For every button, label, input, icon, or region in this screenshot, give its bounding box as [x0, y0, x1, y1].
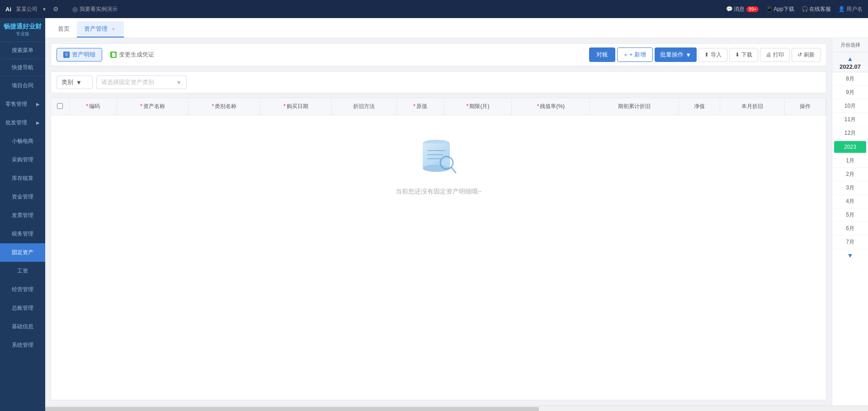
- company-selector[interactable]: 某某公司: [16, 5, 38, 13]
- table-header-original-value: *原值: [396, 98, 444, 115]
- table-header-accumulated-depreciation: 期初累计折旧: [590, 98, 679, 115]
- app-download-button[interactable]: 📱 App下载: [766, 5, 794, 13]
- month-item-11[interactable]: 11月: [832, 113, 868, 127]
- sidebar-item-purchase-management[interactable]: 采购管理: [0, 151, 45, 169]
- message-icon: 💬: [726, 6, 733, 12]
- sidebar-item-search-menu[interactable]: 搜索菜单: [0, 42, 45, 59]
- month-panel-current-year: ▲ 2022.07: [832, 52, 868, 72]
- message-badge: 99+: [746, 6, 759, 12]
- add-button[interactable]: + + 新增: [617, 47, 653, 62]
- sidebar-item-quick-nav[interactable]: 快捷导航: [0, 59, 45, 76]
- sidebar: 畅捷通好业财 专业版 搜索菜单 快捷导航 项目合同 零售管理 ▶ 批发管理 ▶ …: [0, 18, 45, 411]
- sidebar-item-fixed-assets[interactable]: 固定资产: [0, 243, 45, 262]
- tab-close-icon[interactable]: ×: [110, 26, 117, 32]
- reconcile-button[interactable]: 对账: [589, 47, 615, 62]
- sidebar-item-general-ledger[interactable]: 总账管理: [0, 299, 45, 317]
- month-item-2023-4[interactable]: 4月: [832, 195, 868, 208]
- print-icon: 🖨: [766, 52, 771, 58]
- category-input[interactable]: 请选择固定资产类别 ▼: [96, 76, 187, 89]
- refresh-icon: ↺: [797, 52, 802, 58]
- message-button[interactable]: 💬 消息 99+: [726, 5, 759, 13]
- content-area: 首页 资产管理 × ☰ 资产明细 📄 变更生成凭证: [45, 18, 868, 411]
- table-header-purchase-date: *购买日期: [260, 98, 331, 115]
- user-avatar[interactable]: 👤 用户名: [838, 5, 863, 13]
- tab-asset-management[interactable]: 资产管理 ×: [77, 21, 124, 38]
- tab-home[interactable]: 首页: [51, 21, 77, 38]
- month-item-2023-5[interactable]: 5月: [832, 208, 868, 222]
- sidebar-item-basic-info[interactable]: 基础信息: [0, 317, 45, 336]
- chevron-right-icon: ▶: [36, 120, 40, 125]
- sidebar-item-tax-management[interactable]: 税务管理: [0, 225, 45, 243]
- plus-icon: +: [624, 52, 627, 58]
- sidebar-item-project-contract[interactable]: 项目合同: [0, 76, 45, 95]
- sidebar-item-small-ecommerce[interactable]: 小畅电商: [0, 132, 45, 151]
- chevron-right-icon: ▶: [36, 102, 40, 107]
- month-item-10[interactable]: 10月: [832, 99, 868, 113]
- table-header-code: *编码: [69, 98, 117, 115]
- sidebar-item-wholesale-management[interactable]: 批发管理 ▶: [0, 113, 45, 132]
- sidebar-item-operations-management[interactable]: 经营管理: [0, 280, 45, 299]
- sidebar-item-system-management[interactable]: 系统管理: [0, 336, 45, 354]
- month-item-2023-7[interactable]: 7月: [832, 236, 868, 249]
- chevron-down-icon: ▼: [76, 79, 82, 86]
- asset-table: *编码 *资产名称 *类别名称 *购买日期 折旧方法 *原值 *期限(月) *残…: [51, 98, 826, 115]
- main-layout: 畅捷通好业财 专业版 搜索菜单 快捷导航 项目合同 零售管理 ▶ 批发管理 ▶ …: [0, 18, 868, 411]
- main-content: ☰ 资产明细 📄 变更生成凭证 对账 + + 新增 批: [45, 38, 832, 406]
- table-header-asset-name: *资产名称: [117, 98, 188, 115]
- settings-icon[interactable]: ⚙: [53, 5, 59, 13]
- table-header-salvage-rate: *残值率(%): [512, 98, 590, 115]
- empty-state: 当前您还没有固定资产明细哦~: [51, 115, 826, 214]
- list-icon: ☰: [63, 52, 70, 58]
- table-header-checkbox[interactable]: [51, 98, 69, 115]
- chevron-down-icon[interactable]: ▼: [42, 7, 47, 12]
- download-icon: ⬇: [735, 52, 740, 58]
- scrollbar-thumb[interactable]: [45, 407, 539, 411]
- month-item-2023-1[interactable]: 1月: [832, 154, 868, 168]
- svg-point-7: [442, 158, 451, 167]
- sub-tabs: ☰ 资产明细 📄 变更生成凭证 对账 + + 新增 批: [51, 43, 826, 66]
- month-item-2023-6[interactable]: 6月: [832, 222, 868, 236]
- sidebar-item-invoice-management[interactable]: 发票管理: [0, 206, 45, 225]
- horizontal-scrollbar[interactable]: [45, 406, 868, 411]
- sub-tab-change-voucher[interactable]: 📄 变更生成凭证: [104, 48, 160, 61]
- doc-icon: 📄: [110, 52, 117, 58]
- online-service-button[interactable]: 🎧 在线客服: [802, 5, 831, 13]
- empty-illustration: [411, 133, 466, 179]
- app-edition: 专业版: [4, 31, 42, 37]
- filter-bar: 类别 ▼ 请选择固定资产类别 ▼: [51, 71, 826, 93]
- nav-tabs: 首页 资产管理 ×: [45, 18, 868, 38]
- empty-message: 当前您还没有固定资产明细哦~: [396, 188, 481, 196]
- month-item-2023-2[interactable]: 2月: [832, 168, 868, 181]
- sidebar-item-inventory-accounting[interactable]: 库存核算: [0, 169, 45, 188]
- sidebar-item-payroll[interactable]: 工资: [0, 262, 45, 280]
- demo-link[interactable]: ◎ 我要看实例演示: [72, 5, 118, 13]
- month-panel-title: 月份选择: [832, 38, 868, 52]
- dropdown-icon: ▼: [176, 79, 182, 86]
- table-header-operation: 操作: [785, 98, 826, 115]
- import-button[interactable]: ⬆ 导入: [698, 48, 727, 62]
- app-name: Ai: [5, 6, 11, 13]
- month-nav-up[interactable]: ▲: [844, 54, 856, 63]
- headphone-icon: 🎧: [802, 6, 808, 12]
- table-header-period-months: *期限(月): [444, 98, 512, 115]
- page-content: ☰ 资产明细 📄 变更生成凭证 对账 + + 新增 批: [45, 38, 868, 406]
- month-item-8[interactable]: 8月: [832, 72, 868, 86]
- refresh-button[interactable]: ↺ 刷新: [792, 48, 821, 62]
- import-icon: ⬆: [704, 52, 709, 58]
- month-year-2023-badge: 2023: [834, 141, 866, 153]
- sub-tab-asset-detail[interactable]: ☰ 资产明细: [57, 48, 102, 61]
- month-item-12[interactable]: 12月: [832, 127, 868, 140]
- download-button[interactable]: ⬇ 下载: [729, 48, 758, 62]
- month-panel: 月份选择 ▲ 2022.07 8月 9月 10月 11月 12月 2023 1月…: [832, 38, 868, 406]
- month-item-9[interactable]: 9月: [832, 86, 868, 99]
- sidebar-item-retail-management[interactable]: 零售管理 ▶: [0, 95, 45, 113]
- sidebar-logo: 畅捷通好业财 专业版: [0, 18, 45, 42]
- mobile-icon: 📱: [766, 6, 773, 12]
- month-item-2023-3[interactable]: 3月: [832, 181, 868, 195]
- category-type-select[interactable]: 类别 ▼: [57, 76, 93, 89]
- month-nav-down[interactable]: ▼: [844, 251, 856, 260]
- print-button[interactable]: 🖨 打印: [760, 48, 790, 62]
- batch-operation-button[interactable]: 批量操作 ▼: [655, 47, 697, 62]
- select-all-checkbox[interactable]: [57, 103, 63, 109]
- sidebar-item-fund-management[interactable]: 资金管理: [0, 188, 45, 206]
